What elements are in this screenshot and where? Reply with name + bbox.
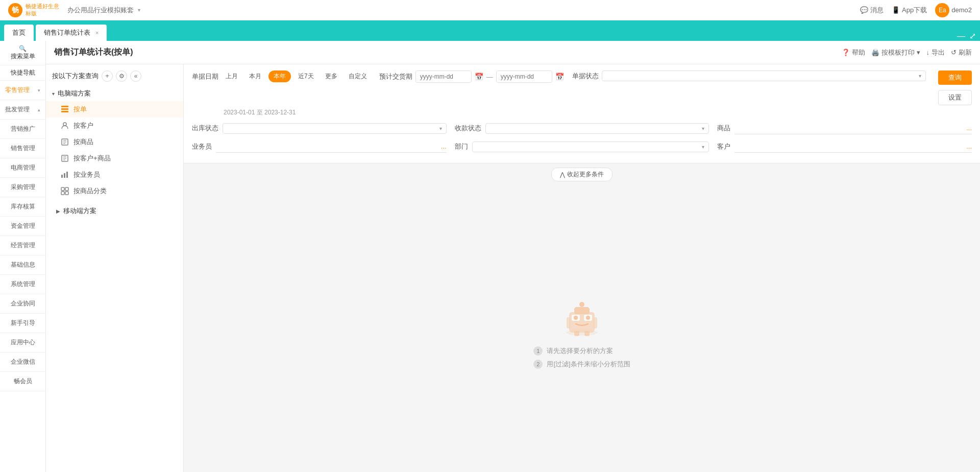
- sidebar-item-marketing[interactable]: 营销推广: [0, 120, 45, 139]
- dept-select[interactable]: ▾: [472, 141, 709, 152]
- page-title: 销售订单统计表(按单): [54, 47, 133, 64]
- pc-section-header[interactable]: ▾ 电脑端方案: [46, 86, 183, 101]
- sidebar-item-weixin[interactable]: 企业微信: [0, 352, 45, 372]
- scheme-item-byorder[interactable]: 按单: [46, 101, 183, 117]
- filter-area: 单据日期 上月 本月 本年 近7天 更多 自定义 预计交货期 📅: [184, 64, 980, 163]
- svg-rect-12: [65, 192, 68, 195]
- sidebar-nav[interactable]: 快捷导航: [0, 65, 45, 81]
- sidebar-retail-label: 零售管理: [5, 86, 30, 95]
- settings-btn[interactable]: 设置: [938, 90, 972, 105]
- tab-home[interactable]: 首页: [4, 25, 34, 41]
- dept-arrow: ▾: [702, 144, 704, 150]
- date-this-month-btn[interactable]: 本月: [245, 70, 265, 82]
- pay-status-select[interactable]: ▾: [485, 123, 709, 134]
- calendar-end-icon[interactable]: 📅: [555, 73, 564, 81]
- svg-rect-8: [66, 172, 68, 178]
- tab-bar-actions: — ⤢: [957, 31, 976, 41]
- salesman-more-btn[interactable]: ...: [441, 143, 447, 150]
- sidebar-item-inventory[interactable]: 库存核算: [0, 197, 45, 217]
- tab-bar: 首页 销售订单统计表 × — ⤢: [0, 20, 980, 41]
- app-download-btn[interactable]: 📱 App下载: [892, 6, 927, 15]
- date-this-year-btn[interactable]: 本年: [268, 70, 291, 82]
- sidebar-item-ecommerce[interactable]: 电商管理: [0, 158, 45, 178]
- scheme-item-bycustomer[interactable]: 按客户: [46, 117, 183, 134]
- collapse-btn[interactable]: ⋀ 收起更多条件: [551, 168, 612, 181]
- expected-date-end-input[interactable]: [496, 70, 552, 83]
- left-panel-header: 按以下方案查询 + ⚙ «: [46, 68, 183, 86]
- sidebar-item-retail[interactable]: 零售管理 ▾: [0, 81, 45, 100]
- sidebar-item-operations[interactable]: 经营管理: [0, 236, 45, 255]
- logo-area: 畅 畅捷通好生意 标版: [8, 3, 59, 17]
- top-bar-right: 💬 消息 📱 App下载 Ea demo2: [860, 3, 972, 17]
- messages-btn[interactable]: 💬 消息: [860, 6, 884, 15]
- date-more-btn[interactable]: 更多: [321, 70, 341, 82]
- ship-status-arrow: ▾: [439, 126, 442, 131]
- left-panel: 按以下方案查询 + ⚙ « ▾ 电脑端方案: [46, 64, 184, 472]
- svg-rect-19: [574, 307, 590, 314]
- app-download-label: App下载: [902, 6, 927, 15]
- sidebar-item-corp[interactable]: 企业协同: [0, 294, 45, 314]
- scheme-item-bycustomergoods[interactable]: 按客户+商品: [46, 150, 183, 167]
- scheme-item-bycategory[interactable]: 按商品分类: [46, 183, 183, 199]
- phone-icon: 📱: [892, 6, 900, 14]
- mobile-section-header[interactable]: ▶ 移动端方案: [46, 203, 183, 219]
- date-custom-btn[interactable]: 自定义: [345, 70, 371, 82]
- customer-more-btn[interactable]: ...: [966, 143, 972, 150]
- ship-status-select[interactable]: ▾: [223, 123, 447, 134]
- sidebar-item-wholesale[interactable]: 批发管理 ▴: [0, 100, 45, 120]
- top-bar: 畅 畅捷通好生意 标版 办公用品行业模拟账套 ▾ 💬 消息 📱 App下载 Ea…: [0, 0, 980, 20]
- sidebar-item-purchase[interactable]: 采购管理: [0, 178, 45, 197]
- minimize-btn[interactable]: —: [957, 32, 965, 41]
- hint-num-2: 2: [533, 360, 543, 369]
- refresh-btn[interactable]: ↺ 刷新: [951, 48, 972, 57]
- goods-more-btn[interactable]: ...: [966, 124, 972, 132]
- tab-sales-statistics[interactable]: 销售订单统计表 ×: [36, 25, 107, 41]
- app-title-arrow[interactable]: ▾: [138, 7, 140, 13]
- sidebar-item-finance[interactable]: 资金管理: [0, 217, 45, 236]
- export-btn[interactable]: ↓ 导出: [926, 48, 945, 57]
- sidebar-item-sales[interactable]: 销售管理: [0, 139, 45, 158]
- tab-close-btn[interactable]: ×: [95, 30, 99, 36]
- scheme-bygoods-label: 按商品: [74, 137, 93, 147]
- sidebar-item-newbie[interactable]: 新手引导: [0, 314, 45, 333]
- main-layout: 🔍 搜索菜单 快捷导航 零售管理 ▾ 批发管理 ▴ 营销推广 销售管理 电商管理…: [0, 41, 980, 472]
- help-btn[interactable]: ❓ 帮助: [842, 48, 865, 57]
- sidebar-search[interactable]: 🔍 搜索菜单: [0, 41, 45, 65]
- sidebar-item-system[interactable]: 系统管理: [0, 275, 45, 294]
- search-icon: 🔍: [19, 45, 27, 52]
- doc-status-label: 单据状态: [572, 72, 599, 81]
- salesman-label: 业务员: [192, 142, 212, 151]
- empty-hint-1: 1 请先选择要分析的方案: [533, 346, 630, 356]
- svg-rect-2: [61, 111, 68, 112]
- print-label: 按模板打印: [881, 48, 915, 57]
- collapse-panel-btn[interactable]: «: [130, 70, 141, 82]
- scheme-item-bysalesman[interactable]: 按业务员: [46, 167, 183, 183]
- expected-date-start-input[interactable]: [415, 70, 472, 83]
- svg-point-20: [579, 302, 584, 307]
- scheme-item-bygoods[interactable]: 按商品: [46, 134, 183, 150]
- mobile-section-arrow: ▶: [56, 208, 60, 214]
- user-area[interactable]: Ea demo2: [935, 3, 972, 17]
- doc-status-select[interactable]: ▾: [602, 70, 926, 81]
- svg-rect-11: [61, 192, 64, 195]
- empty-hint-2: 2 用[过滤]条件来缩小分析范围: [533, 360, 630, 369]
- sidebar-item-appcenter[interactable]: 应用中心: [0, 333, 45, 352]
- user-avatar: Ea: [935, 3, 949, 17]
- date-last7-btn[interactable]: 近7天: [294, 70, 318, 82]
- refresh-label: 刷新: [959, 48, 972, 57]
- print-btn[interactable]: 🖨️ 按模板打印 ▾: [871, 48, 920, 57]
- sidebar-item-basic[interactable]: 基础信息: [0, 255, 45, 275]
- date-last-month-btn[interactable]: 上月: [222, 70, 242, 82]
- calendar-start-icon[interactable]: 📅: [475, 73, 483, 81]
- maximize-btn[interactable]: ⤢: [969, 31, 976, 41]
- pay-status-arrow: ▾: [702, 126, 704, 131]
- search-btn[interactable]: 查询: [938, 70, 972, 85]
- content-area: 销售订单统计表(按单) ❓ 帮助 🖨️ 按模板打印 ▾ ↓ 导出 ↺ 刷新: [46, 41, 980, 472]
- settings-scheme-btn[interactable]: ⚙: [116, 70, 127, 82]
- collapse-bar: ⋀ 收起更多条件: [184, 163, 980, 185]
- sidebar-search-label: 搜索菜单: [4, 52, 41, 61]
- empty-hints: 1 请先选择要分析的方案 2 用[过滤]条件来缩小分析范围: [533, 346, 630, 369]
- svg-rect-1: [61, 108, 68, 110]
- sidebar-item-member[interactable]: 畅会员: [0, 372, 45, 391]
- add-scheme-btn[interactable]: +: [102, 70, 113, 82]
